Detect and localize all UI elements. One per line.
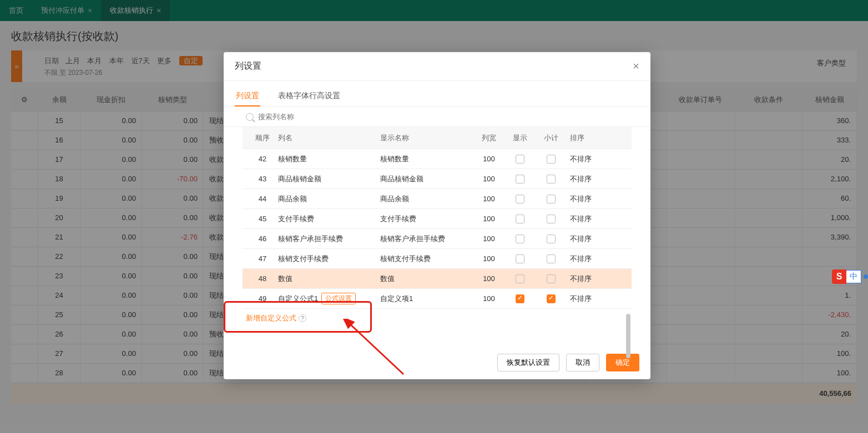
modal-column-row[interactable]: 44商品余额商品余额100不排序 bbox=[243, 189, 632, 209]
modal-column-row[interactable]: 48数值数值100不排序 bbox=[243, 269, 632, 289]
modal-column-row[interactable]: 42核销数量核销数量100不排序 bbox=[243, 149, 632, 169]
show-checkbox[interactable] bbox=[516, 175, 524, 184]
ime-dot bbox=[864, 274, 868, 279]
modal-scrollbar[interactable] bbox=[626, 314, 630, 358]
cancel-button[interactable]: 取消 bbox=[566, 354, 599, 371]
subtotal-checkbox[interactable] bbox=[547, 215, 556, 223]
modal-column-row[interactable]: 43商品核销金额商品核销金额100不排序 bbox=[243, 169, 632, 189]
show-checkbox[interactable] bbox=[516, 254, 524, 263]
show-checkbox[interactable] bbox=[516, 155, 524, 164]
sort-select[interactable]: 不排序 bbox=[567, 294, 605, 304]
sort-select[interactable]: 不排序 bbox=[567, 254, 605, 264]
subtotal-checkbox[interactable] bbox=[547, 235, 556, 243]
column-settings-modal: 列设置 × 列设置 表格字体行高设置 顺序 列名 显示名称 列宽 显示 小计 排… bbox=[224, 52, 650, 379]
show-checkbox[interactable] bbox=[516, 215, 524, 223]
subtotal-checkbox[interactable] bbox=[547, 195, 556, 203]
modal-grid-header: 顺序 列名 显示名称 列宽 显示 小计 排序 bbox=[243, 127, 632, 149]
modal-tab-font[interactable]: 表格字体行高设置 bbox=[277, 86, 341, 106]
modal-column-row[interactable]: 45支付手续费支付手续费100不排序 bbox=[243, 209, 632, 229]
ime-logo: S bbox=[832, 269, 846, 284]
sort-select[interactable]: 不排序 bbox=[567, 214, 605, 224]
ime-mode: 中 bbox=[846, 270, 861, 283]
subtotal-checkbox[interactable] bbox=[547, 155, 556, 164]
formula-settings-button[interactable]: 公式设置 bbox=[321, 293, 356, 304]
subtotal-checkbox[interactable] bbox=[547, 274, 556, 283]
sort-select[interactable]: 不排序 bbox=[567, 194, 605, 204]
show-checkbox[interactable] bbox=[516, 195, 524, 203]
modal-tab-columns[interactable]: 列设置 bbox=[235, 86, 260, 106]
subtotal-checkbox[interactable] bbox=[547, 254, 556, 263]
ok-button[interactable]: 确定 bbox=[606, 354, 639, 371]
sort-select[interactable]: 不排序 bbox=[567, 274, 605, 284]
show-checkbox[interactable] bbox=[516, 235, 524, 243]
subtotal-checkbox[interactable] bbox=[547, 294, 556, 303]
modal-column-row[interactable]: 47核销支付手续费核销支付手续费100不排序 bbox=[243, 249, 632, 269]
show-checkbox[interactable] bbox=[516, 294, 524, 303]
add-formula-link[interactable]: 新增自定义公式? bbox=[246, 313, 628, 323]
modal-title: 列设置 bbox=[235, 60, 261, 72]
sort-select[interactable]: 不排序 bbox=[567, 234, 605, 244]
ime-indicator: S 中 bbox=[832, 269, 868, 284]
subtotal-checkbox[interactable] bbox=[547, 175, 556, 184]
modal-close-button[interactable]: × bbox=[633, 60, 639, 73]
modal-search bbox=[224, 107, 650, 127]
sort-select[interactable]: 不排序 bbox=[567, 154, 605, 164]
search-input[interactable] bbox=[258, 113, 628, 121]
sort-select[interactable]: 不排序 bbox=[567, 174, 605, 184]
help-icon[interactable]: ? bbox=[299, 314, 306, 322]
modal-column-row[interactable]: 49自定义公式1公式设置自定义项1100不排序 bbox=[243, 289, 632, 309]
reset-button[interactable]: 恢复默认设置 bbox=[497, 354, 559, 371]
show-checkbox[interactable] bbox=[516, 274, 524, 283]
search-icon bbox=[246, 113, 254, 121]
modal-column-row[interactable]: 46核销客户承担手续费核销客户承担手续费100不排序 bbox=[243, 229, 632, 249]
